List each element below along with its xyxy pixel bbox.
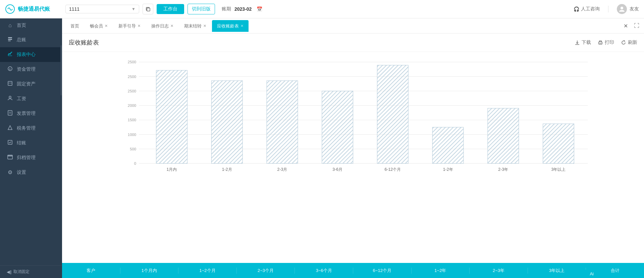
page-header: 应收账龄表 下载 打印 刷新 (62, 33, 644, 52)
svg-text:1-2年: 1-2年 (443, 167, 453, 172)
download-button[interactable]: 下载 (575, 40, 591, 46)
tab-oplog-label: 操作日志 (151, 23, 169, 29)
svg-marker-16 (8, 126, 12, 130)
tab-member[interactable]: 畅会员 ✕ (85, 20, 113, 32)
tab-aging-label: 应收账龄表 (217, 23, 239, 29)
tab-member-close[interactable]: ✕ (105, 24, 108, 28)
svg-rect-4 (8, 37, 12, 38)
consult-button[interactable]: 🎧 人工咨询 (574, 6, 600, 12)
sidebar-item-checkout[interactable]: 结账 (0, 136, 62, 150)
sidebar-item-home[interactable]: ⌂ 首页 (0, 18, 62, 32)
tab-guide-close[interactable]: ✕ (138, 24, 141, 28)
tab-member-label: 畅会员 (90, 23, 103, 29)
sidebar-item-asset[interactable]: 固定资产 (0, 77, 62, 91)
print-label: 打印 (605, 40, 614, 46)
archive-icon (7, 154, 13, 161)
svg-point-12 (9, 96, 11, 98)
calendar-icon[interactable]: 📅 (257, 6, 262, 12)
ledger-icon (7, 37, 13, 43)
svg-text:2500: 2500 (128, 75, 136, 79)
refresh-button[interactable]: 刷新 (621, 40, 637, 46)
download-icon (575, 40, 580, 45)
svg-text:500: 500 (130, 147, 136, 151)
svg-rect-6 (8, 41, 11, 41)
svg-text:2500: 2500 (128, 89, 136, 93)
sidebar-item-ledger[interactable]: 总账 (0, 32, 62, 47)
logo-text: 畅捷通易代账 (18, 6, 50, 13)
tab-home[interactable]: 首页 (65, 20, 84, 32)
period-label: 账期 (222, 6, 231, 12)
svg-rect-7 (8, 56, 12, 56)
svg-text:3-6月: 3-6月 (332, 167, 342, 172)
sidebar-footer-pin[interactable]: ◀‖ 取消固定 (0, 265, 62, 278)
headset-icon: 🎧 (574, 6, 579, 12)
col-3-6month: 3~6个月 (295, 268, 353, 274)
svg-rect-46 (322, 91, 353, 163)
tab-oplog-close[interactable]: ✕ (170, 24, 173, 28)
sidebar-item-fund[interactable]: $ 资金管理 (0, 62, 62, 77)
sidebar-scrollbar[interactable] (60, 45, 62, 95)
sidebar-item-archive[interactable]: 归档管理 (0, 150, 62, 165)
ai-badge-label: Ai (590, 271, 594, 276)
tab-period[interactable]: 期末结转 ✕ (179, 20, 211, 32)
tab-period-close[interactable]: ✕ (203, 24, 206, 28)
tab-aging[interactable]: 应收账龄表 ✕ (212, 20, 249, 32)
col-6-12month: 6~12个月 (353, 268, 412, 274)
workbench-button[interactable]: 工作台 (157, 4, 184, 14)
col-2-3year: 2~3年 (470, 268, 528, 274)
sidebar-label-settings: 设置 (17, 169, 26, 176)
svg-text:3年以上: 3年以上 (551, 167, 566, 172)
report-icon (7, 51, 13, 58)
sidebar-item-tax[interactable]: 税务管理 (0, 121, 62, 136)
svg-rect-48 (377, 65, 409, 163)
col-2-3month: 2~3个月 (237, 268, 295, 274)
switch-old-button[interactable]: 切到旧版 (187, 4, 215, 14)
tab-bar: 首页 畅会员 ✕ 新手引导 ✕ 操作日志 ✕ 期末结转 ✕ (62, 18, 644, 33)
unpin-icon: ◀‖ (7, 270, 12, 274)
download-label: 下载 (582, 40, 591, 46)
header-divider (608, 6, 608, 12)
svg-rect-21 (599, 42, 602, 44)
chart-container: 2500 2500 2500 2000 1500 1000 500 0 (62, 52, 644, 183)
col-3year-plus: 3年以上 (528, 268, 586, 274)
tab-home-label: 首页 (70, 23, 79, 29)
svg-rect-13 (8, 111, 12, 115)
sidebar-label-ledger: 总账 (17, 37, 26, 43)
copy-button[interactable] (143, 4, 153, 14)
company-dropdown-icon: ▼ (131, 7, 136, 11)
consult-label: 人工咨询 (581, 6, 600, 12)
sidebar: ⌂ 首页 总账 报表中心 $ (0, 18, 62, 278)
svg-text:2500: 2500 (128, 60, 136, 64)
sidebar-item-settings[interactable]: ⚙ 设置 (0, 165, 62, 180)
asset-icon (7, 81, 13, 87)
user-area[interactable]: 友友 (617, 4, 639, 14)
svg-rect-2 (147, 8, 150, 11)
sidebar-label-salary: 工资 (17, 96, 26, 102)
tab-oplog[interactable]: 操作日志 ✕ (146, 20, 178, 32)
tab-fullscreen-button[interactable]: ⛶ (633, 21, 641, 30)
refresh-icon (621, 40, 626, 45)
sidebar-item-salary[interactable]: 工资 (0, 91, 62, 106)
tab-guide-label: 新手引导 (118, 23, 136, 29)
tab-close-all-button[interactable]: ✕ (622, 21, 629, 30)
table-footer: 客户 1个月内 1~2个月 2~3个月 3~6个月 6~12个月 1~2年 2~… (62, 263, 644, 278)
sidebar-item-report[interactable]: 报表中心 (0, 47, 62, 62)
svg-point-3 (621, 7, 623, 9)
tab-aging-close[interactable]: ✕ (240, 24, 244, 28)
svg-text:2-3月: 2-3月 (277, 167, 287, 172)
col-1-2year: 1~2年 (412, 268, 470, 274)
svg-text:0: 0 (134, 161, 136, 165)
svg-rect-42 (211, 81, 243, 163)
chart-inner: 2500 2500 2500 2000 1500 1000 500 0 (72, 59, 634, 176)
col-customer: 客户 (62, 268, 120, 274)
svg-text:2000: 2000 (128, 103, 136, 108)
sidebar-item-invoice[interactable]: 发票管理 (0, 106, 62, 121)
sidebar-label-fund: 资金管理 (17, 66, 36, 72)
svg-rect-52 (488, 108, 519, 163)
company-selector[interactable]: 1111 ▼ (65, 5, 139, 13)
ai-badge[interactable]: Ai (583, 270, 600, 278)
logo-icon (5, 4, 15, 14)
svg-text:6-12个月: 6-12个月 (385, 167, 401, 172)
tab-guide[interactable]: 新手引导 ✕ (113, 20, 146, 32)
print-button[interactable]: 打印 (598, 40, 614, 46)
